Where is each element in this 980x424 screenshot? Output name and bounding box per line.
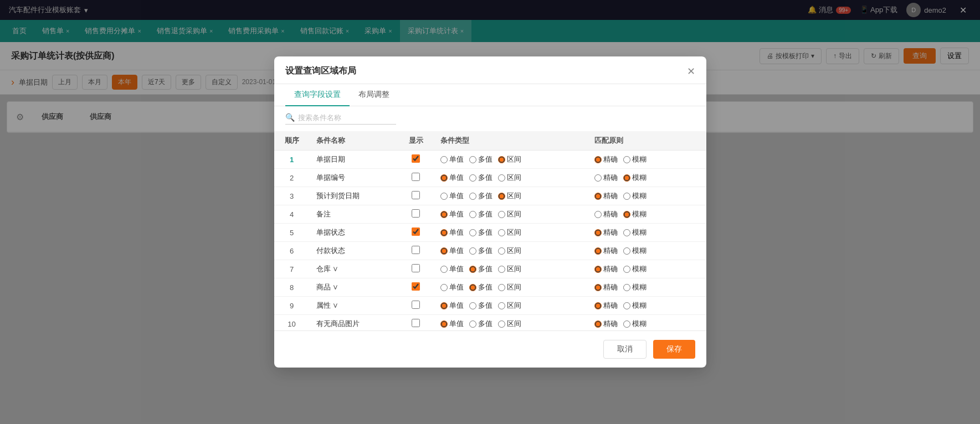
row-display-cell xyxy=(398,224,434,242)
type-option-单值[interactable]: 单值 xyxy=(440,319,464,329)
tab-layout[interactable]: 布局调整 xyxy=(350,84,398,106)
match-option-精确[interactable]: 精确 xyxy=(594,173,618,183)
type-option-单值[interactable]: 单值 xyxy=(440,173,464,183)
dialog-close-icon[interactable]: ✕ xyxy=(687,66,695,76)
type-option-多值[interactable]: 多值 xyxy=(469,264,492,274)
row-condition-name: 预计到货日期 xyxy=(310,187,398,205)
type-option-多值[interactable]: 多值 xyxy=(469,173,492,183)
match-option-精确[interactable]: 精确 xyxy=(594,209,618,219)
search-input[interactable] xyxy=(298,113,381,122)
type-option-单值[interactable]: 单值 xyxy=(440,282,464,292)
row-order: 3 xyxy=(274,187,310,205)
match-option-精确[interactable]: 精确 xyxy=(594,154,618,164)
type-option-单值[interactable]: 单值 xyxy=(440,227,464,237)
type-option-单值[interactable]: 单值 xyxy=(440,209,464,219)
row-display-cell xyxy=(398,297,434,315)
row-type-cell: 单值多值区间 xyxy=(434,224,588,242)
type-option-单值[interactable]: 单值 xyxy=(440,191,464,201)
type-option-单值[interactable]: 单值 xyxy=(440,154,464,164)
match-option-模糊[interactable]: 模糊 xyxy=(623,209,647,219)
match-option-模糊[interactable]: 模糊 xyxy=(623,319,647,329)
type-option-区间[interactable]: 区间 xyxy=(498,282,521,292)
table-row: 4备注单值多值区间精确模糊 xyxy=(274,205,706,224)
type-option-多值[interactable]: 多值 xyxy=(469,246,492,256)
type-option-区间[interactable]: 区间 xyxy=(498,154,521,164)
conditions-table: 顺序 条件名称 显示 条件类型 匹配原则 1单据日期单值多值区间精确模糊2单据编… xyxy=(274,131,706,330)
row-order: 6 xyxy=(274,242,310,260)
match-option-模糊[interactable]: 模糊 xyxy=(623,264,647,274)
type-option-区间[interactable]: 区间 xyxy=(498,191,521,201)
row-order: 5 xyxy=(274,224,310,242)
th-name: 条件名称 xyxy=(310,131,398,151)
type-option-多值[interactable]: 多值 xyxy=(469,209,492,219)
table-row: 3预计到货日期单值多值区间精确模糊 xyxy=(274,187,706,205)
display-checkbox[interactable] xyxy=(412,264,420,272)
cancel-button[interactable]: 取消 xyxy=(603,340,647,359)
match-option-模糊[interactable]: 模糊 xyxy=(623,191,647,201)
type-option-多值[interactable]: 多值 xyxy=(469,282,492,292)
type-option-多值[interactable]: 多值 xyxy=(469,154,492,164)
row-type-cell: 单值多值区间 xyxy=(434,205,588,224)
display-checkbox[interactable] xyxy=(412,246,420,254)
match-option-模糊[interactable]: 模糊 xyxy=(623,227,647,237)
row-display-cell xyxy=(398,187,434,205)
match-option-精确[interactable]: 精确 xyxy=(594,227,618,237)
display-checkbox[interactable] xyxy=(412,319,420,327)
row-match-cell: 精确模糊 xyxy=(588,297,706,315)
type-option-区间[interactable]: 区间 xyxy=(498,246,521,256)
type-option-单值[interactable]: 单值 xyxy=(440,301,464,311)
type-option-多值[interactable]: 多值 xyxy=(469,301,492,311)
type-option-多值[interactable]: 多值 xyxy=(469,191,492,201)
type-option-多值[interactable]: 多值 xyxy=(469,319,492,329)
row-type-cell: 单值多值区间 xyxy=(434,260,588,278)
match-option-精确[interactable]: 精确 xyxy=(594,319,618,329)
dialog-footer: 取消 保存 xyxy=(274,330,706,368)
search-icon: 🔍 xyxy=(285,113,295,122)
display-checkbox[interactable] xyxy=(412,282,420,291)
row-order: 8 xyxy=(274,278,310,297)
match-option-模糊[interactable]: 模糊 xyxy=(623,154,647,164)
match-option-精确[interactable]: 精确 xyxy=(594,282,618,292)
row-order: 9 xyxy=(274,297,310,315)
row-type-cell: 单值多值区间 xyxy=(434,187,588,205)
table-row: 7仓库 ∨单值多值区间精确模糊 xyxy=(274,260,706,278)
save-button[interactable]: 保存 xyxy=(653,340,695,359)
tab-query-fields[interactable]: 查询字段设置 xyxy=(285,84,350,106)
type-option-区间[interactable]: 区间 xyxy=(498,209,521,219)
type-option-区间[interactable]: 区间 xyxy=(498,319,521,329)
display-checkbox[interactable] xyxy=(412,301,420,309)
type-option-单值[interactable]: 单值 xyxy=(440,264,464,274)
type-option-区间[interactable]: 区间 xyxy=(498,173,521,183)
display-checkbox[interactable] xyxy=(412,173,420,181)
type-option-区间[interactable]: 区间 xyxy=(498,264,521,274)
row-condition-name: 商品 ∨ xyxy=(310,278,398,297)
overlay: 设置查询区域布局 ✕ 查询字段设置 布局调整 🔍 顺序 条件名称 显示 xyxy=(0,0,980,424)
match-option-模糊[interactable]: 模糊 xyxy=(623,301,647,311)
match-option-模糊[interactable]: 模糊 xyxy=(623,173,647,183)
match-option-精确[interactable]: 精确 xyxy=(594,301,618,311)
row-condition-name: 有无商品图片 xyxy=(310,315,398,331)
row-type-cell: 单值多值区间 xyxy=(434,297,588,315)
row-display-cell xyxy=(398,205,434,224)
row-condition-name: 属性 ∨ xyxy=(310,297,398,315)
match-option-精确[interactable]: 精确 xyxy=(594,191,618,201)
match-option-精确[interactable]: 精确 xyxy=(594,246,618,256)
type-option-区间[interactable]: 区间 xyxy=(498,227,521,237)
display-checkbox[interactable] xyxy=(412,154,420,163)
row-match-cell: 精确模糊 xyxy=(588,278,706,297)
row-match-cell: 精确模糊 xyxy=(588,151,706,169)
type-option-单值[interactable]: 单值 xyxy=(440,246,464,256)
table-row: 10有无商品图片单值多值区间精确模糊 xyxy=(274,315,706,331)
type-option-多值[interactable]: 多值 xyxy=(469,227,492,237)
row-type-cell: 单值多值区间 xyxy=(434,169,588,187)
dialog-search-area: 🔍 xyxy=(274,106,706,131)
display-checkbox[interactable] xyxy=(412,209,420,218)
display-checkbox[interactable] xyxy=(412,227,420,236)
type-option-区间[interactable]: 区间 xyxy=(498,301,521,311)
row-match-cell: 精确模糊 xyxy=(588,315,706,331)
display-checkbox[interactable] xyxy=(412,191,420,199)
match-option-模糊[interactable]: 模糊 xyxy=(623,282,647,292)
row-order: 2 xyxy=(274,169,310,187)
match-option-模糊[interactable]: 模糊 xyxy=(623,246,647,256)
match-option-精确[interactable]: 精确 xyxy=(594,264,618,274)
